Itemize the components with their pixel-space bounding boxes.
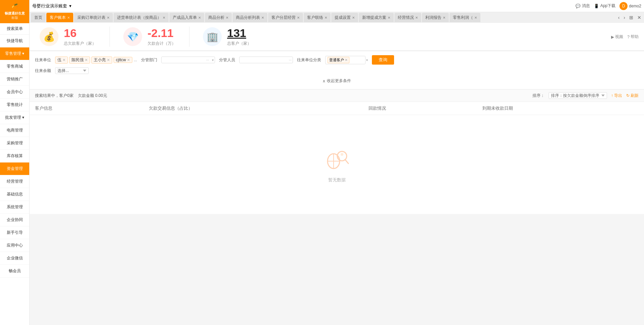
sidebar-item-wholesale[interactable]: 批发管理 ▾ bbox=[0, 111, 29, 124]
filter-tag-chen: 陈民强 ✕ bbox=[69, 57, 90, 64]
help-icon: ? bbox=[627, 34, 630, 39]
sidebar-item-marketing[interactable]: 营销推广 bbox=[0, 73, 29, 86]
customers-icon: 💰 bbox=[40, 27, 58, 46]
tab-customer-contact[interactable]: 客户联络 ✕ bbox=[304, 13, 331, 22]
tab-purchase-orders[interactable]: 采购订单统计表 ✕ bbox=[74, 13, 113, 22]
tab-close-customers[interactable]: ✕ bbox=[67, 16, 70, 20]
filter-more-btn[interactable]: ... bbox=[134, 58, 137, 62]
divider-2 bbox=[189, 27, 189, 47]
sidebar-item-member[interactable]: 会员中心 bbox=[0, 86, 29, 99]
tab-bar-actions: ‹ › ⊞ ✕ bbox=[617, 14, 643, 21]
filter-tag-cjttcw-close[interactable]: ✕ bbox=[127, 58, 130, 62]
tab-stock-stats[interactable]: 进货单统计表（按商品） ✕ bbox=[114, 13, 169, 22]
filter-tag-wu-close[interactable]: ✕ bbox=[62, 58, 66, 62]
sidebar-item-search[interactable]: 搜索菜单 bbox=[0, 23, 29, 35]
tab-close-promo[interactable]: ✕ bbox=[352, 16, 355, 20]
dept-filter-wrap: ▾ ··· bbox=[161, 57, 215, 63]
tab-close-goods[interactable]: ✕ bbox=[226, 16, 228, 20]
refresh-btn[interactable]: ↻ 刷新 bbox=[626, 93, 639, 99]
sidebar-item-cooperation[interactable]: 企业协同 bbox=[0, 214, 29, 226]
sidebar-item-enterprise-wechat[interactable]: 企业微信 bbox=[0, 252, 29, 265]
tab-product-stock[interactable]: 产成品入库单 ✕ bbox=[169, 13, 204, 22]
manager-dots-icon: ··· bbox=[289, 58, 292, 62]
debt-result-text: 欠款金额 0.00元 bbox=[78, 93, 107, 98]
tab-goods-analysis[interactable]: 商品分析 ✕ bbox=[205, 13, 232, 22]
tab-retail-profit[interactable]: 零售利润（ ✕ bbox=[449, 13, 480, 22]
video-link[interactable]: ▶ 视频 bbox=[611, 34, 623, 40]
tab-goods-analysis-list[interactable]: 商品分析列表 ✕ bbox=[232, 13, 267, 22]
tab-profit-report[interactable]: 利润报告 ✕ bbox=[422, 13, 449, 22]
sidebar-item-purchase[interactable]: 采购管理 bbox=[0, 137, 29, 150]
export-icon: ↑ bbox=[611, 93, 613, 98]
sidebar-item-retail[interactable]: 零售管理 ▾ bbox=[0, 47, 29, 60]
query-button[interactable]: 查询 bbox=[372, 55, 394, 65]
user-avatar[interactable]: D demo2 bbox=[619, 2, 641, 10]
sidebar-item-new-guide[interactable]: 新手引导 bbox=[0, 226, 29, 239]
tab-close-purchase[interactable]: ✕ bbox=[107, 16, 110, 20]
sidebar-item-finance[interactable]: 资金管理 bbox=[0, 162, 29, 175]
company-selector-area[interactable]: 母婴行业演示账套 ▾ bbox=[32, 3, 86, 9]
dept-chevron-icon: ▾ bbox=[212, 58, 214, 62]
table-wrapper: 客户信息 欠款交易信息（占比） 回款情况 到期未收款日期 bbox=[30, 102, 644, 214]
sidebar-item-inventory[interactable]: 库存核算 bbox=[0, 150, 29, 162]
filter-tag-wang-close[interactable]: ✕ bbox=[107, 58, 110, 62]
tab-new-promotion[interactable]: 新增提成方案 ✕ bbox=[359, 13, 394, 22]
tab-close-stock[interactable]: ✕ bbox=[163, 16, 165, 20]
chevron-down-icon: ▾ bbox=[69, 3, 72, 8]
collapse-btn[interactable]: ∧ 收起更多条件 bbox=[317, 77, 356, 85]
sort-select[interactable]: 排序：按欠款金额倒序排序 bbox=[549, 92, 607, 99]
balance-filter-select[interactable]: 选择... bbox=[55, 67, 89, 74]
filter-row-2: 往来余额 选择... bbox=[35, 67, 639, 74]
tab-close-contact[interactable]: ✕ bbox=[325, 16, 327, 20]
export-btn[interactable]: ↑ 导出 bbox=[611, 93, 622, 99]
tab-next-btn[interactable]: › bbox=[622, 14, 627, 21]
sidebar-item-quick-nav[interactable]: 快捷导航 bbox=[0, 35, 29, 47]
sidebar-item-app-center[interactable]: 应用中心 bbox=[0, 239, 29, 252]
total-num: 131 bbox=[227, 27, 251, 39]
customers-data: 16 总欠款客户（家） bbox=[64, 27, 96, 46]
unit-type-close[interactable]: ✕ bbox=[345, 58, 348, 62]
sidebar-item-retail-mall[interactable]: 零售商城 bbox=[0, 60, 29, 73]
filter-area: 往来单位 伍 ✕ 陈民强 ✕ 王小亮 ✕ cjttcw bbox=[30, 51, 644, 89]
data-table: 客户信息 欠款交易信息（占比） 回款情况 到期未收款日期 bbox=[30, 102, 644, 214]
tab-more-btn[interactable]: ⊞ bbox=[628, 14, 635, 21]
total-data: 131 总客户（家） bbox=[227, 27, 251, 46]
tab-close-segment[interactable]: ✕ bbox=[297, 16, 300, 20]
messages-btn[interactable]: 💬 消息 bbox=[575, 3, 590, 9]
sidebar-item-ecommerce[interactable]: 电商管理 bbox=[0, 124, 29, 137]
manager-filter-input[interactable] bbox=[239, 57, 293, 63]
sidebar-item-operations[interactable]: 经营管理 bbox=[0, 175, 29, 188]
sidebar-item-retail-stats[interactable]: 零售统计 bbox=[0, 99, 29, 111]
tab-close-retail[interactable]: ✕ bbox=[474, 16, 477, 20]
tab-customer-segment[interactable]: 客户分层经营 ✕ bbox=[268, 13, 303, 22]
unit-type-input[interactable]: 普通客户 ✕ bbox=[325, 56, 366, 64]
sidebar-item-vip[interactable]: 畅会员 bbox=[0, 265, 29, 278]
tab-prev-btn[interactable]: ‹ bbox=[617, 14, 621, 21]
tab-close-profit[interactable]: ✕ bbox=[443, 16, 445, 20]
summary-card-debt: 💎 -2.11 欠款合计（万） bbox=[113, 23, 186, 50]
tab-operations[interactable]: 经营情况 ✕ bbox=[394, 13, 421, 22]
col-debt-info: 欠款交易信息（占比） bbox=[143, 102, 363, 115]
unit-type-tag: 普通客户 ✕ bbox=[328, 57, 349, 63]
tab-close-goods-list[interactable]: ✕ bbox=[261, 16, 264, 20]
help-link[interactable]: ? 帮助 bbox=[627, 34, 639, 40]
sidebar: 🍊 畅捷通好生意 标版 搜索菜单 快捷导航 零售管理 ▾ 零售商城 营销推广 会… bbox=[0, 0, 30, 325]
sidebar-item-basic[interactable]: 基础信息 bbox=[0, 188, 29, 201]
filter-tag-chen-close[interactable]: ✕ bbox=[85, 58, 88, 62]
tab-close-all-btn[interactable]: ✕ bbox=[636, 14, 643, 21]
sidebar-logo-text: 畅捷通好生意 bbox=[5, 11, 25, 15]
tab-close-product[interactable]: ✕ bbox=[198, 16, 201, 20]
username-label: demo2 bbox=[629, 4, 641, 8]
tab-close-ops[interactable]: ✕ bbox=[415, 16, 418, 20]
total-debt-label: 欠款合计（万） bbox=[147, 41, 176, 46]
sidebar-item-system[interactable]: 系统管理 bbox=[0, 201, 29, 214]
tab-home[interactable]: 首页 bbox=[31, 13, 46, 22]
svg-line-4 bbox=[345, 159, 348, 164]
balance-filter-label: 往来余额 bbox=[35, 68, 51, 74]
message-icon: 💬 bbox=[575, 4, 581, 8]
tab-promotion-settings[interactable]: 提成设置 ✕ bbox=[331, 13, 358, 22]
tab-customers[interactable]: 客户账本 ✕ bbox=[46, 13, 73, 22]
tab-close-new-promo[interactable]: ✕ bbox=[388, 16, 390, 20]
app-download-btn[interactable]: 📱 App下载 bbox=[594, 3, 615, 9]
summary-row: 💰 16 总欠款客户（家） 💎 -2.11 欠款合计（万） 🏢 bbox=[30, 23, 644, 51]
